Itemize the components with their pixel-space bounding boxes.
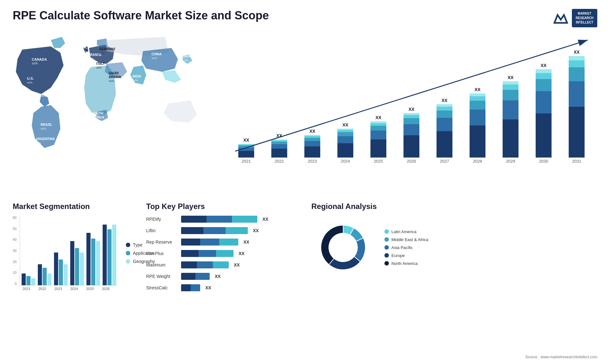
- regional-legend: Latin AmericaMiddle East & AfricaAsia Pa…: [384, 229, 428, 266]
- southafrica-label2: AFRICA: [92, 116, 104, 119]
- player-bar-seg-0: [181, 239, 200, 246]
- bar-xlabel-2024: 2024: [331, 159, 360, 164]
- stacked-bar-2030: [536, 69, 552, 158]
- bar-seg-3: [536, 73, 552, 79]
- player-row-0: RPEtifyXX: [146, 216, 305, 223]
- reg-legend-item-1: Middle East & Africa: [384, 237, 428, 242]
- bar-seg-0: [370, 139, 386, 158]
- player-bar-5: [181, 273, 210, 280]
- argentina-pct: xx%: [36, 141, 41, 145]
- bar-xlabel-2026: 2026: [397, 159, 426, 164]
- bar-seg-4: [536, 69, 552, 73]
- player-row-3: Iron PlusXX: [146, 250, 305, 257]
- bar-seg-3: [337, 130, 353, 132]
- stacked-bar-2027: [437, 104, 452, 158]
- stacked-bar-2026: [403, 113, 419, 158]
- brazil-pct: xx%: [41, 127, 46, 130]
- seg-bar-0-2: [31, 278, 35, 285]
- logo-icon: [553, 10, 569, 26]
- seg-xlabel-1: 2022: [36, 287, 49, 291]
- seg-bar-group-4: [86, 233, 100, 285]
- bar-seg-2: [503, 90, 518, 100]
- player-bar-2: [181, 239, 238, 246]
- bar-seg-3: [370, 123, 386, 126]
- player-bar-seg-1: [191, 284, 200, 291]
- regional-section: Regional Analysis Latin AmericaMiddle Ea…: [311, 199, 597, 296]
- seg-xlabel-3: 2024: [67, 287, 81, 291]
- seg-bar-5-0: [103, 225, 107, 285]
- player-bar-seg-0: [181, 284, 191, 291]
- reg-legend-item-4: North America: [384, 261, 428, 266]
- us-label: U.S.: [27, 77, 34, 80]
- bar-seg-0: [503, 119, 518, 158]
- bar-xlabel-2025: 2025: [364, 159, 393, 164]
- player-xx-4: XX: [234, 262, 240, 267]
- bar-seg-3: [437, 107, 452, 111]
- bar-seg-3: [470, 96, 485, 101]
- geography-dot: [126, 259, 130, 264]
- svg-marker-0: [554, 15, 567, 23]
- player-name-2: Rep Reserve: [146, 239, 178, 245]
- stacked-bar-2025: [370, 121, 386, 158]
- player-bar-seg-2: [232, 216, 257, 223]
- player-bar-seg-0: [181, 216, 207, 223]
- player-bar-seg-1: [207, 216, 232, 223]
- seg-bar-group-0: [22, 273, 35, 285]
- player-bar-seg-0: [181, 250, 199, 257]
- seg-xlabel-0: 2021: [20, 287, 33, 291]
- bar-xlabel-2030: 2030: [529, 159, 558, 164]
- donut-chart: [311, 216, 375, 279]
- japan-label: JAPAN: [183, 55, 193, 58]
- donut-seg-4: [321, 225, 343, 265]
- bar-group-2027: XX: [430, 98, 459, 158]
- segmentation-title: Market Segmentation: [13, 202, 140, 211]
- reg-legend-label-2: Asia Pacific: [391, 245, 413, 250]
- seg-bar-4-2: [96, 241, 100, 285]
- source-text: Source : www.marketresearchintellect.com: [525, 355, 597, 359]
- bar-value-2031: XX: [574, 50, 580, 55]
- bar-seg-3: [569, 60, 585, 67]
- seg-bar-2-2: [64, 264, 68, 285]
- japan-pct: xx%: [183, 59, 188, 62]
- reg-legend-dot-3: [384, 253, 389, 258]
- bar-seg-1: [304, 141, 320, 146]
- seg-bar-5-2: [112, 225, 116, 285]
- bar-seg-2: [271, 142, 287, 144]
- saudi-label2: ARABIA: [109, 75, 121, 79]
- bar-value-2029: XX: [508, 75, 514, 80]
- bar-seg-0: [536, 113, 552, 158]
- segmentation-section: Market Segmentation 60 50 40 30 20 10 0 …: [13, 199, 140, 296]
- bar-seg-4: [569, 56, 585, 60]
- bar-seg-1: [569, 81, 585, 107]
- mexico-label: MEXICO: [34, 94, 47, 97]
- bar-seg-2: [238, 145, 254, 148]
- bar-seg-2: [403, 118, 419, 124]
- bar-value-2021: XX: [243, 138, 249, 143]
- player-bar-3: [181, 250, 234, 257]
- logo-text: MARKET RESEARCH INTELLECT: [572, 9, 597, 27]
- bar-group-2029: XX: [496, 75, 525, 158]
- southafrica-label: SOUTH: [92, 112, 103, 115]
- bar-value-2027: XX: [442, 98, 448, 103]
- us-pct: xx%: [27, 81, 32, 84]
- seg-bar-3-1: [75, 248, 79, 285]
- seg-xlabel-2: 2023: [51, 287, 65, 291]
- player-bar-seg-2: [226, 227, 248, 234]
- bar-seg-2: [470, 101, 485, 110]
- player-name-4: Maximum: [146, 262, 178, 267]
- brazil-label: BRAZIL: [41, 123, 52, 126]
- mexico-pct: xx%: [34, 98, 40, 101]
- player-xx-1: XX: [253, 228, 259, 233]
- reg-legend-dot-4: [384, 261, 389, 266]
- china-label: CHINA: [152, 52, 162, 56]
- player-xx-5: XX: [215, 274, 221, 279]
- seg-bar-2-0: [54, 253, 58, 285]
- player-bar-4: [181, 261, 229, 268]
- player-row-2: Rep ReserveXX: [146, 239, 305, 246]
- bar-seg-0: [470, 125, 485, 158]
- bar-value-2022: XX: [276, 133, 282, 138]
- canada-pct: xx%: [32, 62, 38, 65]
- bar-seg-2: [337, 132, 353, 136]
- seg-bar-3-0: [70, 241, 74, 285]
- bar-seg-4: [470, 93, 485, 96]
